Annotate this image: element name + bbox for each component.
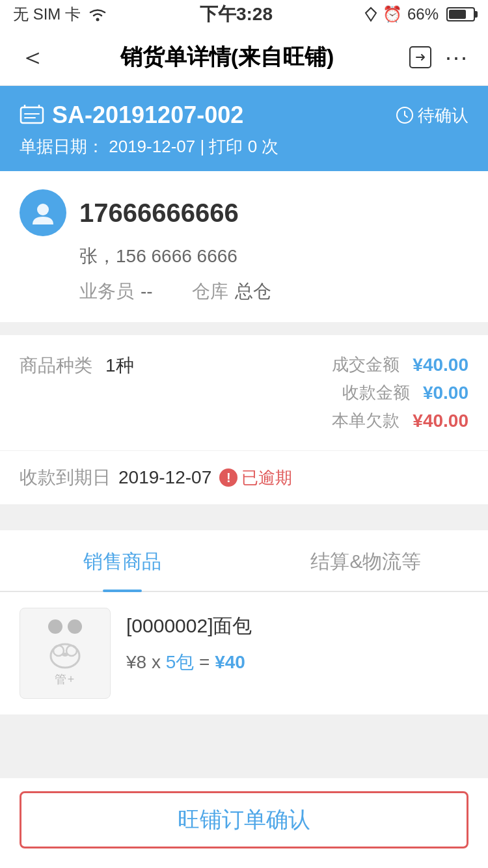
svg-point-4 [37, 204, 49, 215]
clock-icon [396, 106, 414, 124]
order-date: 单据日期： 2019-12-07 | 打印 0 次 [20, 135, 468, 158]
divider-2 [0, 504, 488, 517]
tabs-row: 销售商品 结算&物流等 [0, 530, 488, 592]
user-icon [30, 200, 56, 226]
received-amount-value: ¥0.00 [423, 383, 468, 403]
product-types-value: 1种 [105, 353, 134, 378]
customer-section: 17666666666 张，156 6666 6666 业务员 -- 仓库 总仓 [0, 171, 488, 322]
product-logo: 管+ [46, 619, 85, 687]
product-item: 管+ [0000002]面包 ¥8 x 5包 = ¥40 [20, 608, 468, 699]
order-status: 待确认 [396, 104, 468, 127]
salesman-field: 业务员 -- [79, 279, 153, 304]
duedate-value: 2019-12-07 [118, 467, 211, 488]
debt-amount-value: ¥40.00 [413, 411, 468, 431]
confirm-button-wrap: 旺铺订单确认 [0, 778, 488, 868]
deal-amount-value: ¥40.00 [413, 355, 468, 375]
amount-row-1: 成交金额 ¥40.00 [332, 353, 468, 376]
customer-meta: 业务员 -- 仓库 总仓 [79, 279, 468, 304]
status-left: 无 SIM 卡 [13, 4, 108, 25]
svg-point-0 [96, 18, 100, 21]
tab-settlement[interactable]: 结算&物流等 [244, 530, 488, 591]
divider-1 [0, 322, 488, 335]
product-price: ¥8 x 5包 = ¥40 [126, 650, 468, 675]
duedate-section: 收款到期日 2019-12-07 ! 已逾期 [0, 450, 488, 504]
warehouse-value: 总仓 [235, 279, 271, 304]
tabs-section: 销售商品 结算&物流等 管+ [0, 530, 488, 714]
product-types-label: 商品种类 [20, 353, 92, 378]
summary-right: 成交金额 ¥40.00 收款金额 ¥0.00 本单欠款 ¥40.00 [332, 353, 468, 432]
owl-body-icon [46, 636, 85, 669]
back-button[interactable]: ＜ [20, 39, 46, 75]
location-icon [364, 7, 377, 22]
confirm-order-button[interactable]: 旺铺订单确认 [20, 791, 468, 848]
battery-percent: 66% [407, 5, 439, 23]
warehouse-field: 仓库 总仓 [192, 279, 271, 304]
received-amount-label: 收款金额 [342, 381, 410, 404]
carrier-text: 无 SIM 卡 [13, 4, 81, 25]
amount-row-2: 收款金额 ¥0.00 [342, 381, 468, 404]
avatar [20, 189, 66, 236]
tab-sales-products[interactable]: 销售商品 [0, 530, 244, 591]
status-bar: 无 SIM 卡 下午3:28 ⏰ 66% [0, 0, 488, 29]
product-name: [0000002]面包 [126, 613, 468, 640]
customer-name: 张，156 6666 6666 [79, 244, 468, 269]
order-header: SA-20191207-002 待确认 单据日期： 2019-12-07 | 打… [0, 86, 488, 171]
overdue-icon: ! [219, 468, 237, 487]
salesman-value: -- [141, 281, 153, 302]
svg-point-8 [62, 653, 68, 657]
battery-icon [446, 7, 475, 21]
nav-left: ＜ [20, 39, 46, 75]
svg-rect-2 [21, 107, 43, 123]
product-section: 管+ [0000002]面包 ¥8 x 5包 = ¥40 [0, 592, 488, 714]
nav-bar: ＜ 销货单详情(来自旺铺) ··· [0, 29, 488, 86]
order-id: SA-20191207-002 [20, 102, 243, 129]
price-text: ¥8 x [126, 652, 166, 672]
product-total: ¥40 [215, 652, 245, 672]
summary-left: 商品种类 1种 [20, 353, 134, 378]
status-time: 下午3:28 [200, 2, 273, 27]
nav-right: ··· [409, 44, 468, 71]
warehouse-label: 仓库 [192, 279, 228, 304]
page-title: 销货单详情(来自旺铺) [120, 42, 334, 72]
overdue-label: 已逾期 [241, 467, 292, 489]
salesman-label: 业务员 [79, 279, 134, 304]
alarm-icon: ⏰ [383, 5, 402, 23]
status-right: ⏰ 66% [364, 5, 475, 23]
amount-row-3: 本单欠款 ¥40.00 [332, 409, 468, 432]
brand-text: 管+ [55, 671, 76, 687]
summary-section: 商品种类 1种 成交金额 ¥40.00 收款金额 ¥0.00 本单欠款 ¥40.… [0, 335, 488, 450]
deal-amount-label: 成交金额 [332, 353, 400, 376]
share-icon[interactable] [409, 46, 432, 69]
customer-phone: 17666666666 [79, 198, 239, 228]
duedate-label: 收款到期日 [20, 465, 111, 490]
order-icon [20, 105, 44, 126]
product-info: [0000002]面包 ¥8 x 5包 = ¥40 [126, 608, 468, 675]
overdue-badge: ! 已逾期 [219, 467, 292, 489]
product-qty: 5包 [166, 652, 195, 672]
debt-amount-label: 本单欠款 [332, 409, 400, 432]
wifi-icon [87, 7, 108, 21]
product-image: 管+ [20, 608, 111, 699]
more-button[interactable]: ··· [445, 44, 468, 71]
